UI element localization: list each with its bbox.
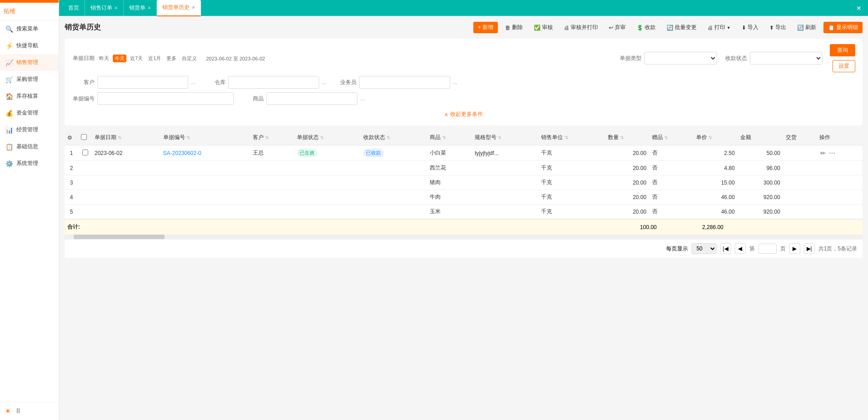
row1-doc-no[interactable]: SA-20230602-0 xyxy=(161,145,250,161)
customer-input[interactable] xyxy=(97,76,188,89)
tab-bar-close-all[interactable]: ✕ xyxy=(853,3,864,14)
sidebar-item-basic-info[interactable]: 📋 基础信息 xyxy=(0,138,59,155)
tab-bar-right: ✕ xyxy=(853,3,864,14)
doc-date-header[interactable]: 单据日期 ⇅ xyxy=(92,130,161,145)
date-btn-more[interactable]: 更多 xyxy=(165,55,178,62)
collect-button[interactable]: 💲 收款 xyxy=(633,22,659,33)
query-button[interactable]: 查询 xyxy=(830,44,855,56)
select-all-checkbox[interactable] xyxy=(81,134,87,140)
payment-status-header[interactable]: 收款状态 ⇅ xyxy=(361,130,427,145)
customer-header[interactable]: 客户 ⇅ xyxy=(250,130,294,145)
page-number-input[interactable]: 1 xyxy=(758,244,777,254)
sidebar-item-label: 搜索菜单 xyxy=(16,25,38,33)
goods-dots[interactable]: ... xyxy=(360,95,365,102)
qty-sort-icon: ⇅ xyxy=(620,135,624,140)
doc-no-header[interactable]: 单据编号 ⇅ xyxy=(161,130,250,145)
goods-header[interactable]: 商品 ⇅ xyxy=(427,130,472,145)
checkbox-column-header[interactable] xyxy=(78,130,92,145)
date-btn-custom[interactable]: 自定义 xyxy=(180,55,199,62)
spec-header[interactable]: 规格型号 ⇅ xyxy=(472,130,538,145)
row2-trade xyxy=(783,161,817,175)
import-button[interactable]: ⬇ 导入 xyxy=(738,22,762,33)
abandon-button[interactable]: ↩ 弃审 xyxy=(605,22,629,33)
doc-status-header[interactable]: 单据状态 ⇅ xyxy=(294,130,361,145)
print-button[interactable]: 🖨 打印 ▼ xyxy=(704,22,734,33)
row5-unit: 千克 xyxy=(538,205,605,219)
table-scroll-bar[interactable] xyxy=(65,235,863,239)
tab-bar: 首页 销售订单 ✕ 销货单 ✕ 销货单历史 ✕ ✕ xyxy=(59,0,868,16)
customer-dots[interactable]: ... xyxy=(191,79,196,85)
date-btn-1month[interactable]: 近1月 xyxy=(146,55,163,62)
sidebar-item-inventory-calc[interactable]: 🏠 库存核算 xyxy=(0,88,59,105)
tab-close-sales-goods[interactable]: ✕ xyxy=(147,5,151,10)
sidebar-item-sys-mgmt[interactable]: ⚙️ 系统管理 xyxy=(0,155,59,172)
qty-header[interactable]: 数量 ⇅ xyxy=(605,130,649,145)
sidebar-item-sales-mgmt[interactable]: 📈 销售管理 xyxy=(0,54,59,71)
gear-column-header[interactable]: ⚙ xyxy=(65,130,78,145)
goods-input[interactable] xyxy=(266,92,357,105)
show-details-button[interactable]: 📋 显示明细 xyxy=(823,22,863,33)
row1-more-btn[interactable]: ⋯ xyxy=(828,150,836,157)
row5-amount: 920.00 xyxy=(738,205,783,219)
table-container: ⚙ 单据日期 ⇅ 单据编号 ⇅ 客户 ⇅ 单据状态 ⇅ xyxy=(65,130,863,258)
payment-status-select[interactable] xyxy=(750,52,823,65)
add-button[interactable]: + 新增 xyxy=(473,22,498,33)
row1-select-checkbox[interactable] xyxy=(82,150,88,155)
row2-amount: 96.00 xyxy=(738,161,783,175)
tab-sales-order[interactable]: 销售订单 ✕ xyxy=(85,0,124,16)
salesperson-dots[interactable]: ... xyxy=(453,79,457,85)
doc-type-select[interactable] xyxy=(644,52,717,65)
row5-doc-no xyxy=(161,205,250,219)
refresh-button[interactable]: 🔃 刷新 xyxy=(793,22,820,33)
row1-edit-btn[interactable]: ✏ xyxy=(819,150,827,157)
page-label: 页 xyxy=(780,245,786,253)
tab-sales-history[interactable]: 销货单历史 ✕ xyxy=(157,0,201,16)
sidebar-item-purchase-mgmt[interactable]: 🛒 采购管理 xyxy=(0,71,59,88)
sidebar-bottom-icon1[interactable]: ☀ xyxy=(5,407,11,415)
export-button[interactable]: ⬆ 导出 xyxy=(766,22,790,33)
row5-ops xyxy=(817,205,863,219)
prev-page-btn[interactable]: ◀ xyxy=(735,243,746,254)
first-page-btn[interactable]: |◀ xyxy=(720,243,731,254)
table-row: 5 玉米 千克 20.00 否 46.00 920.00 xyxy=(65,205,863,219)
quick-nav-icon: ⚡ xyxy=(5,42,13,50)
date-btn-today[interactable]: 今天 xyxy=(113,55,126,62)
sidebar-item-search-menu[interactable]: 🔍 搜索菜单 xyxy=(0,20,59,37)
tab-sales-goods[interactable]: 销货单 ✕ xyxy=(124,0,157,16)
next-page-btn[interactable]: ▶ xyxy=(789,243,800,254)
warehouse-dots[interactable]: ... xyxy=(322,79,326,85)
date-btn-yesterday[interactable]: 昨天 xyxy=(97,55,111,62)
warehouse-input[interactable] xyxy=(228,76,319,89)
delete-button[interactable]: 🗑 删除 xyxy=(502,22,527,33)
date-range-text: 2023-06-02 至 2023-06-02 xyxy=(206,55,265,62)
footer-label: 合计: xyxy=(67,223,104,231)
gift-header[interactable]: 赠品 ⇅ xyxy=(649,130,693,145)
unit-price-header[interactable]: 单价 ⇅ xyxy=(693,130,738,145)
tab-close-sales-history[interactable]: ✕ xyxy=(191,5,195,10)
row2-unit-price: 4.80 xyxy=(693,161,738,175)
date-btn-7days[interactable]: 近7天 xyxy=(128,55,145,62)
row1-unit: 千克 xyxy=(538,145,605,161)
set-button[interactable]: 设置 xyxy=(833,60,855,72)
sidebar-item-quick-nav[interactable]: ⚡ 快捷导航 xyxy=(0,37,59,54)
tab-home[interactable]: 首页 xyxy=(63,0,85,16)
page-size-select[interactable]: 50 100 xyxy=(692,243,717,254)
unit-header[interactable]: 销售单位 ⇅ xyxy=(538,130,605,145)
filter-collapse-btn[interactable]: ∧ 收起更多条件 xyxy=(72,109,855,120)
salesperson-input[interactable] xyxy=(359,76,450,89)
amount-header: 金额 xyxy=(738,130,783,145)
date-range-display: 2023-06-02 至 2023-06-02 xyxy=(206,55,265,62)
tab-close-sales-order[interactable]: ✕ xyxy=(114,5,118,10)
last-page-btn[interactable]: ▶| xyxy=(804,243,815,254)
audit-print-button[interactable]: 🖨 审核并打印 xyxy=(560,22,602,33)
sidebar-bottom-icon2[interactable]: ⏸ xyxy=(15,407,22,415)
sidebar-item-ops-mgmt[interactable]: 📊 经营管理 xyxy=(0,121,59,138)
sidebar-item-finance-mgmt[interactable]: 💰 资金管理 xyxy=(0,105,59,121)
audit-button[interactable]: ✅ 审核 xyxy=(530,22,557,33)
batch-change-button[interactable]: 🔄 批量变更 xyxy=(663,22,700,33)
row1-checkbox[interactable] xyxy=(78,145,92,161)
row3-customer xyxy=(250,175,294,190)
docno-input[interactable] xyxy=(97,92,234,105)
page-text: 第 xyxy=(749,245,755,253)
total-records: 共1页，5条记录 xyxy=(818,245,857,253)
